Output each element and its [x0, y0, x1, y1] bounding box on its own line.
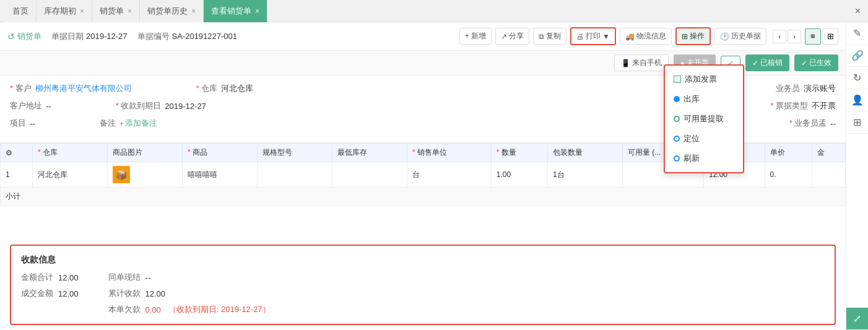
col-product-image: 商品图片: [108, 144, 183, 162]
history-button[interactable]: 🕐 历史单据: [714, 28, 766, 45]
col-spec: 规格型号: [258, 144, 332, 162]
operations-dropdown: 添加发票 出库 可用量提取 定位 刷新: [664, 64, 744, 173]
row-quantity: 1.00: [491, 162, 547, 188]
settings-icon[interactable]: ⚙: [6, 149, 12, 157]
history-icon: 🕐: [720, 32, 729, 41]
tab-inventory-init[interactable]: 库存期初 ×: [37, 0, 92, 22]
new-button[interactable]: + 新增: [459, 28, 492, 45]
grid-icon: ⊞: [682, 32, 688, 41]
next-button[interactable]: ›: [788, 30, 801, 43]
list-view-button[interactable]: ≡: [805, 28, 821, 45]
refresh-item[interactable]: 刷新: [665, 149, 743, 168]
row-spec: [258, 162, 332, 188]
edit-sidebar-icon[interactable]: ✎: [846, 22, 869, 45]
user-sidebar-icon[interactable]: 👤: [846, 89, 869, 111]
available-qty-dot: [674, 116, 680, 122]
tab-sales-history-close[interactable]: ×: [191, 7, 196, 15]
tab-sales-order-close[interactable]: ×: [128, 7, 132, 15]
col-unit: 销售单位: [407, 144, 491, 162]
grid-view-button[interactable]: ⊞: [822, 28, 838, 45]
project-field: 项目 --: [10, 118, 35, 129]
salesperson-field: 业务员孟 --: [789, 118, 836, 129]
tab-view-sales-close[interactable]: ×: [255, 7, 259, 15]
warehouse-field: 仓库 河北仓库: [196, 83, 254, 94]
share-icon: ↗: [501, 32, 507, 41]
col-min-stock: 最低库存: [332, 144, 407, 162]
balance-row: 本单欠款 0.00 （收款到期日: 2019-12-27）: [108, 304, 271, 315]
doc-meta: 单据日期 2019-12-27 单据编号 SA-20191227-001: [51, 31, 459, 42]
left-info-col: 金额合计 12.00 成交金额 12.00: [21, 272, 79, 315]
payment-date-field: 收款到期日 2019-12-27: [116, 100, 206, 111]
phone-icon: 📱: [621, 59, 630, 67]
doc-number-field: 单据编号 SA-20191227-001: [137, 31, 238, 42]
right-sidebar: ✎ 🔗 ↻ 👤 ⊞ ⤢: [846, 22, 868, 330]
product-thumbnail: 📦: [113, 166, 130, 183]
doc-type-icon: ↺: [7, 32, 15, 41]
nav-arrows: ‹ ›: [773, 30, 801, 43]
col-pack-qty: 包装数量: [548, 144, 623, 162]
row-amount: [812, 162, 845, 188]
total-amount-row: 金额合计 12.00: [21, 272, 79, 283]
bottom-info: 收款信息 金额合计 12.00 成交金额 12.00 同单现结 --: [10, 245, 836, 325]
bottom-info-rows: 金额合计 12.00 成交金额 12.00 同单现结 -- 累计收款: [21, 272, 825, 315]
deal-amount-row: 成交金额 12.00: [21, 288, 79, 299]
doc-date-field: 单据日期 2019-12-27: [51, 31, 128, 42]
col-amount: 金: [812, 144, 845, 162]
effective-icon: ✓: [801, 59, 807, 67]
link-sidebar-icon[interactable]: 🔗: [846, 45, 869, 67]
share-button[interactable]: ↗ 分享: [495, 28, 529, 45]
customer-field: 客户 柳州粤港平安气体有限公司: [10, 83, 132, 94]
print-icon: 🖨: [576, 32, 584, 41]
employee-field: 业务员 演示账号: [776, 83, 836, 94]
available-qty-item[interactable]: 可用量提取: [665, 109, 743, 129]
tab-home[interactable]: 首页: [5, 0, 37, 22]
locate-item[interactable]: 定位: [665, 129, 743, 149]
ticket-type-field: 票据类型 不开票: [770, 100, 836, 111]
voided-button[interactable]: ✓ 已核销: [745, 54, 789, 71]
from-phone-button[interactable]: 📱 来自手机: [614, 54, 669, 71]
add-invoice-item[interactable]: 添加发票: [665, 69, 743, 89]
right-info-col: 同单现结 -- 累计收款 12.00 本单欠款 0.00 （收款到期日: 201…: [108, 272, 271, 315]
copy-icon: ⧉: [539, 32, 544, 41]
row-product-image: 📦: [108, 162, 183, 188]
note-field: 备注 + 添加备注: [100, 118, 158, 129]
col-warehouse: 仓库: [33, 144, 108, 162]
tab-sales-history[interactable]: 销货单历史 ×: [140, 0, 204, 22]
tab-view-sales[interactable]: 查看销货单 ×: [204, 0, 267, 22]
prev-button[interactable]: ‹: [773, 30, 786, 43]
row-unit: 台: [407, 162, 491, 188]
effective-button[interactable]: ✓ 已生效: [794, 54, 838, 71]
balance-suffix: （收款到期日: 2019-12-27）: [168, 304, 271, 315]
copy-button[interactable]: ⧉ 复制: [533, 28, 566, 45]
doc-actions: + 新增 ↗ 分享 ⧉ 复制 🖨 打印 ▼ 🚚 物流信息: [459, 27, 838, 45]
rotate-sidebar-icon[interactable]: ↻: [846, 67, 869, 89]
row-num: 1: [1, 162, 33, 188]
window-close-button[interactable]: ×: [855, 6, 861, 17]
locate-dot: [674, 136, 680, 142]
outbound-item[interactable]: 出库: [665, 89, 743, 109]
row-price: 0.: [765, 162, 812, 188]
doc-type-label: ↺ 销货单: [7, 31, 41, 42]
address-field: 客户地址 --: [10, 100, 51, 111]
same-order-settle-row: 同单现结 --: [108, 272, 271, 283]
refresh-dot: [674, 155, 680, 162]
document-header: ↺ 销货单 单据日期 2019-12-27 单据编号 SA-20191227-0…: [0, 22, 846, 51]
logistics-icon: 🚚: [625, 32, 635, 41]
row-min-stock: [332, 162, 407, 188]
expand-sidebar-icon[interactable]: ⤢: [846, 308, 869, 330]
table-sidebar-icon[interactable]: ⊞: [846, 111, 869, 134]
tab-inventory-init-close[interactable]: ×: [80, 7, 84, 15]
col-product: 商品: [183, 144, 258, 162]
operations-button[interactable]: ⊞ 操作: [675, 27, 711, 45]
bottom-info-title: 收款信息: [21, 254, 825, 266]
tab-sales-order[interactable]: 销货单 ×: [92, 0, 140, 22]
subtotal-row: 小计: [1, 188, 846, 206]
add-note-button[interactable]: + 添加备注: [119, 118, 158, 129]
row-product: 嘻嘻嘻嘻: [183, 162, 258, 188]
print-button[interactable]: 🖨 打印 ▼: [570, 27, 616, 45]
tab-bar: 首页 库存期初 × 销货单 × 销货单历史 × 查看销货单 × ×: [0, 0, 868, 22]
add-invoice-icon: [674, 76, 681, 83]
col-quantity: 数量: [491, 144, 547, 162]
logistics-button[interactable]: 🚚 物流信息: [620, 28, 672, 45]
voided-icon: ✓: [752, 59, 758, 67]
